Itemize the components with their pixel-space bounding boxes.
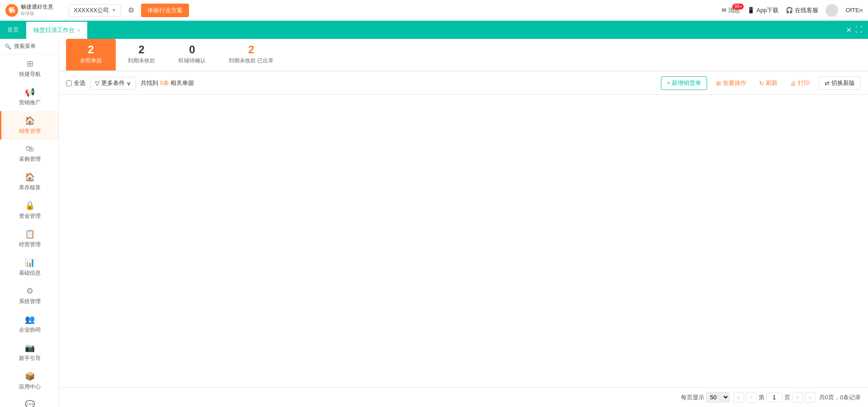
company-selector[interactable]: XXXXXX公司 ▼ (69, 4, 121, 17)
pagination: 每页显示 50 100 200 « < 第 页 > » 共0页，0条记录 (59, 387, 868, 407)
sidebar-item-system[interactable]: ⚙ 系统管理 (0, 281, 58, 310)
finance-icon: 🔒 (25, 201, 35, 211)
page-size-dropdown[interactable]: 50 100 200 (706, 392, 730, 402)
search-icon: 🔍 (5, 43, 11, 50)
app-center-icon: 📦 (25, 371, 35, 381)
sidebar-label-purchase: 采购管理 (19, 155, 41, 163)
purchase-icon: 🛍 (26, 144, 34, 154)
sidebar-item-quick-nav[interactable]: ⊞ 快捷导航 (0, 54, 58, 83)
sidebar-item-marketing[interactable]: 📢 营销推广 (0, 83, 58, 111)
main-layout: 🔍 搜索菜单 ⊞ 快捷导航 📢 营销推广 🏠 销售管理 🛍 采购管理 🏠 库存核… (0, 39, 868, 407)
enterprise-icon: 👥 (25, 314, 35, 324)
sidebar-item-finance[interactable]: 🔒 资金管理 (0, 196, 58, 225)
found-text: 共找到 0条 相关单据 (141, 79, 194, 87)
tab-workbench[interactable]: 钱货日清工作台 × (26, 21, 87, 39)
stat-num-shipped: 2 (248, 43, 254, 56)
print-button[interactable]: 🖨 打印 (787, 77, 813, 89)
page-suffix: 页 (784, 393, 790, 402)
last-page-button[interactable]: » (805, 392, 816, 403)
first-page-button[interactable]: « (733, 392, 744, 403)
batch-label: 批量操作 (723, 79, 746, 87)
select-all-input[interactable] (66, 80, 72, 86)
sidebar-label-basic-info: 基础信息 (19, 269, 41, 277)
sidebar-item-purchase[interactable]: 🛍 采购管理 (0, 140, 58, 168)
stat-label-overdue: 到期未收款 (128, 57, 155, 65)
online-service-label: 在线客服 (795, 6, 818, 14)
table-area (59, 95, 868, 387)
print-icon: 🖨 (790, 80, 796, 87)
avatar[interactable] (826, 4, 838, 17)
switch-new-button[interactable]: ⇄ 切换新版 (819, 76, 861, 90)
sidebar-search[interactable]: 🔍 搜索菜单 (0, 39, 58, 54)
batch-button[interactable]: ⊞ 批量操作 (712, 77, 750, 89)
stat-tab-all[interactable]: 2 全部单据 (66, 39, 116, 70)
new-sale-label: + 新增销货单 (667, 79, 701, 87)
logo-icon: 畅 (5, 4, 18, 17)
guide-icon: 📷 (25, 343, 35, 353)
sidebar-item-enterprise[interactable]: 👥 企业协同 (0, 310, 58, 338)
app-download-label: App下载 (756, 6, 778, 14)
sidebar-label-inventory: 库存核算 (19, 184, 41, 192)
total-info: 共0页，0条记录 (819, 393, 861, 402)
stat-tab-wangfu[interactable]: 0 旺辅待确认 (167, 39, 217, 70)
settings-icon[interactable]: ⚙ (125, 4, 137, 17)
filter-chevron-icon: ∨ (127, 80, 131, 87)
close-tab-icon[interactable]: × (77, 28, 80, 33)
message-icon: ✉ (722, 7, 726, 14)
app-download-button[interactable]: 📱 App下载 (747, 6, 778, 14)
tab-close-icon[interactable]: ✕ (846, 26, 852, 34)
quick-nav-icon: ⊞ (27, 59, 33, 69)
filter-button[interactable]: ▽ 更多条件 ∨ (90, 77, 136, 89)
select-all-checkbox[interactable]: 全选 (66, 79, 85, 87)
prev-page-button[interactable]: < (746, 392, 757, 403)
sidebar-item-operations[interactable]: 📋 经营管理 (0, 225, 58, 253)
page-size-select[interactable]: 每页显示 50 100 200 (681, 392, 730, 402)
refresh-button[interactable]: ↻ 刷新 (755, 77, 781, 89)
tab-bar-actions: ✕ ⛶ (846, 26, 868, 34)
sidebar-item-basic-info[interactable]: 📊 基础信息 (0, 253, 58, 281)
page-number-input[interactable] (766, 393, 783, 402)
try-industry-button[interactable]: 体验行业方案 (141, 4, 189, 17)
stat-num-overdue: 2 (138, 43, 144, 56)
tab-expand-icon[interactable]: ⛶ (855, 26, 863, 34)
switch-icon: ⇄ (825, 80, 830, 87)
messages-button[interactable]: ✉ 消息 99+ (722, 6, 740, 14)
batch-icon: ⊞ (716, 80, 721, 87)
switch-label: 切换新版 (831, 79, 855, 87)
operations-icon: 📋 (25, 229, 35, 239)
filter-icon: ▽ (95, 80, 99, 87)
sidebar-label-marketing: 营销推广 (19, 99, 41, 107)
download-icon: 📱 (747, 7, 755, 14)
sidebar-item-inventory[interactable]: 🏠 库存核算 (0, 168, 58, 196)
search-menu-label: 搜索菜单 (14, 42, 36, 50)
toolbar-right: + 新增销货单 ⊞ 批量操作 ↻ 刷新 🖨 打印 ⇄ 切换新版 (661, 76, 861, 90)
page-size-label: 每页显示 (681, 393, 704, 402)
logo-area: 畅 畅捷通好生意 标准版 (5, 4, 64, 17)
tab-workbench-label: 钱货日清工作台 (33, 26, 75, 34)
logo-sub: 标准版 (21, 10, 53, 17)
sidebar-label-operations: 经营管理 (19, 241, 41, 248)
new-sale-button[interactable]: + 新增销货单 (661, 76, 707, 90)
online-service-button[interactable]: 🎧 在线客服 (786, 6, 818, 14)
stat-tab-shipped[interactable]: 2 到期未收款 已出库 (218, 39, 284, 70)
sidebar-item-guide[interactable]: 📷 新手引导 (0, 338, 58, 367)
sidebar-item-sales[interactable]: 🏠 销售管理 (0, 111, 58, 140)
top-header: 畅 畅捷通好生意 标准版 XXXXXX公司 ▼ ⚙ 体验行业方案 ✉ 消息 99… (0, 0, 868, 21)
sidebar-label-guide: 新手引导 (19, 355, 41, 362)
chevron-down-icon: ▼ (112, 8, 116, 13)
basic-info-icon: 📊 (25, 257, 35, 267)
messages-badge: 99+ (732, 4, 744, 9)
system-icon: ⚙ (26, 286, 33, 296)
header-right: ✉ 消息 99+ 📱 App下载 🎧 在线客服 OfTEn (722, 4, 863, 17)
print-label: 打印 (798, 79, 810, 87)
page-label: 第 (759, 393, 764, 402)
next-page-button[interactable]: > (792, 392, 803, 403)
wechat-icon: 💬 (25, 400, 35, 407)
stat-tab-overdue[interactable]: 2 到期未收款 (117, 39, 166, 70)
sidebar-item-wechat[interactable]: 💬 企业微信 (0, 395, 58, 407)
sidebar-item-app-center[interactable]: 📦 应用中心 (0, 367, 58, 395)
sidebar-label-quick-nav: 快捷导航 (19, 70, 41, 78)
sidebar: 🔍 搜索菜单 ⊞ 快捷导航 📢 营销推广 🏠 销售管理 🛍 采购管理 🏠 库存核… (0, 39, 59, 407)
tab-home[interactable]: 首页 (0, 21, 26, 39)
tab-home-label: 首页 (7, 26, 19, 34)
